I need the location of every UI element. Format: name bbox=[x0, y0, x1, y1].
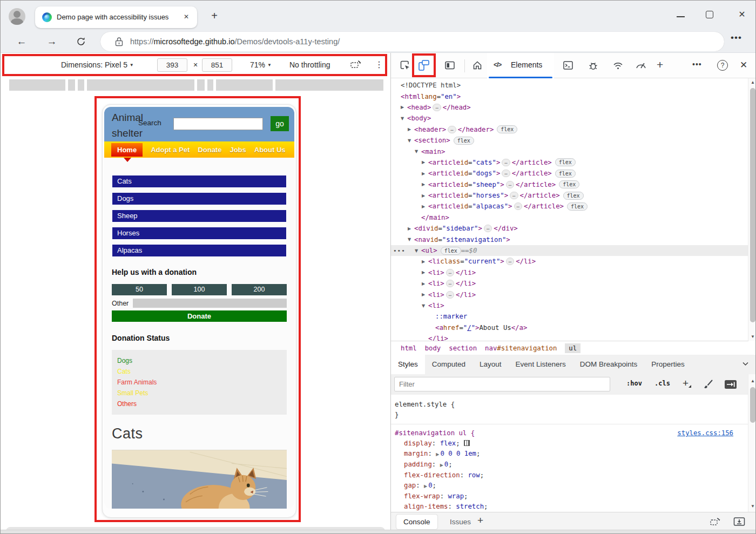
css-property-row[interactable]: gap: ▶0; bbox=[391, 481, 748, 491]
home-icon[interactable] bbox=[472, 60, 484, 72]
device-emulation-icon[interactable] bbox=[418, 59, 430, 73]
breadcrumb-item-section[interactable]: section bbox=[449, 344, 477, 352]
flex-badge[interactable]: flex bbox=[567, 202, 588, 211]
flex-badge[interactable]: flex bbox=[563, 192, 584, 200]
flex-badge[interactable]: flex bbox=[441, 247, 461, 255]
expander-icon[interactable]: ▶ bbox=[422, 193, 428, 198]
tree-row[interactable]: </main> bbox=[391, 212, 748, 223]
back-button[interactable]: ← bbox=[14, 34, 30, 49]
value-expander-icon[interactable]: ▶ bbox=[424, 484, 427, 489]
media-bar-segment[interactable] bbox=[216, 79, 273, 91]
search-go-button[interactable]: go bbox=[271, 116, 289, 131]
tab-computed[interactable]: Computed bbox=[425, 355, 473, 374]
collapsed-ellipsis-icon[interactable]: … bbox=[484, 225, 492, 232]
styles-scrollbar[interactable]: ▲ ▼ bbox=[748, 374, 756, 512]
tree-row[interactable]: ▼<section>flex bbox=[391, 135, 748, 146]
element-style-rule[interactable]: element.style { bbox=[391, 400, 748, 410]
tree-row[interactable]: ▶<article id="sheep">…</article>flex bbox=[391, 179, 748, 190]
expander-icon[interactable]: ▼ bbox=[408, 138, 414, 143]
tree-row[interactable]: ▶<article id="cats">…</article>flex bbox=[391, 157, 748, 168]
devtools-close-icon[interactable]: ✕ bbox=[740, 59, 747, 71]
forward-button[interactable]: → bbox=[44, 34, 60, 49]
window-minimize-button[interactable] bbox=[677, 16, 685, 17]
drawer-activity-icon[interactable] bbox=[710, 517, 721, 530]
collapsed-ellipsis-icon[interactable]: … bbox=[506, 258, 514, 265]
expander-icon[interactable]: ▼ bbox=[415, 248, 421, 253]
flex-badge[interactable]: flex bbox=[555, 170, 576, 178]
media-bar-segment[interactable] bbox=[87, 79, 194, 91]
tree-row[interactable]: ▶<li>…</li> bbox=[391, 267, 748, 278]
expander-icon[interactable]: ▶ bbox=[422, 182, 428, 187]
category-link[interactable]: Dogs bbox=[112, 192, 287, 205]
css-property-row[interactable]: display: flex; bbox=[391, 438, 748, 449]
value-expander-icon[interactable]: ▶ bbox=[436, 452, 439, 457]
expander-icon[interactable]: ▼ bbox=[422, 303, 428, 308]
tree-row[interactable]: ▶<article id="horses">…</article>flex bbox=[391, 190, 748, 201]
tab-properties[interactable]: Properties bbox=[644, 355, 692, 374]
help-icon[interactable]: ? bbox=[717, 60, 728, 71]
breadcrumb-item-nav[interactable]: nav#sitenavigation bbox=[485, 344, 557, 352]
nav-item-home[interactable]: Home bbox=[111, 143, 143, 157]
viewport-height-input[interactable] bbox=[202, 58, 232, 72]
nav-item-jobs[interactable]: Jobs bbox=[230, 146, 246, 154]
tree-row[interactable]: ▶<li>…</li> bbox=[391, 289, 748, 300]
breadcrumb-item-html[interactable]: html bbox=[401, 344, 417, 352]
breadcrumb-item-ul[interactable]: ul bbox=[565, 343, 580, 353]
row-options-icon[interactable]: ••• bbox=[393, 247, 406, 254]
performance-gauge-icon[interactable] bbox=[635, 60, 647, 72]
expander-icon[interactable]: ▶ bbox=[408, 127, 414, 132]
tree-row[interactable]: </li> bbox=[391, 333, 748, 341]
category-link[interactable]: Alpacas bbox=[112, 244, 287, 257]
inspect-element-icon[interactable] bbox=[400, 60, 411, 72]
collapsed-ellipsis-icon[interactable]: … bbox=[446, 280, 454, 287]
media-bar-segment[interactable] bbox=[207, 79, 213, 91]
expander-icon[interactable]: ▶ bbox=[401, 105, 407, 110]
expander-icon[interactable]: ▼ bbox=[415, 149, 421, 154]
expander-icon[interactable]: ▶ bbox=[422, 270, 428, 275]
viewport-width-input[interactable] bbox=[157, 58, 187, 72]
flex-badge[interactable]: flex bbox=[555, 158, 576, 166]
expander-icon[interactable]: ▶ bbox=[408, 226, 414, 231]
media-bar-segment[interactable] bbox=[275, 79, 383, 91]
search-input[interactable] bbox=[173, 118, 263, 130]
drawer-tab-issues[interactable]: Issues bbox=[443, 515, 478, 529]
breadcrumb-item-body[interactable]: body bbox=[425, 344, 441, 352]
collapsed-ellipsis-icon[interactable]: … bbox=[433, 104, 441, 111]
tree-row[interactable]: ▶<li class="current">…</li> bbox=[391, 256, 748, 267]
amount-button[interactable]: 100 bbox=[172, 284, 227, 295]
drawer-dock-icon[interactable] bbox=[733, 517, 745, 529]
drawer-tab-console[interactable]: Console bbox=[396, 515, 437, 529]
devtools-more-menu-icon[interactable]: ••• bbox=[692, 60, 702, 69]
url-bar[interactable]: https://microsoftedge.github.io/Demos/de… bbox=[100, 32, 724, 51]
throttling-select[interactable]: No throttling bbox=[289, 56, 330, 74]
dom-tree-scrollbar[interactable]: ▲ ▼ bbox=[748, 78, 756, 341]
profile-avatar-icon[interactable] bbox=[9, 8, 25, 25]
tree-row[interactable]: <!DOCTYPE html> bbox=[391, 80, 748, 91]
expander-icon[interactable]: ▶ bbox=[422, 281, 428, 286]
device-dimensions-select[interactable]: Dimensions: Pixel 5 ▼ bbox=[61, 56, 134, 74]
tree-row[interactable]: ▼<main> bbox=[391, 146, 748, 157]
brush-icon[interactable] bbox=[703, 379, 714, 392]
category-link[interactable]: Horses bbox=[112, 227, 287, 240]
expander-icon[interactable]: ▶ bbox=[422, 259, 428, 264]
amount-button[interactable]: 50 bbox=[112, 284, 167, 295]
expander-icon[interactable]: ▼ bbox=[408, 237, 414, 242]
window-close-button[interactable]: ✕ bbox=[735, 8, 749, 22]
collapsed-ellipsis-icon[interactable]: … bbox=[506, 181, 514, 188]
collapsed-ellipsis-icon[interactable]: … bbox=[446, 269, 454, 276]
css-property-row[interactable]: flex-wrap: wrap; bbox=[391, 491, 748, 502]
styles-filter-input[interactable] bbox=[394, 377, 610, 391]
expander-icon[interactable]: ▶ bbox=[422, 160, 428, 165]
category-link[interactable]: Cats bbox=[112, 175, 287, 188]
collapsed-ellipsis-icon[interactable]: … bbox=[510, 192, 518, 199]
tree-row[interactable]: ▶<article id="alpacas">…</article>flex bbox=[391, 201, 748, 212]
tab-layout[interactable]: Layout bbox=[473, 355, 509, 374]
collapsed-ellipsis-icon[interactable]: … bbox=[502, 170, 510, 177]
collapsed-ellipsis-icon[interactable]: … bbox=[514, 202, 522, 210]
flex-editor-icon[interactable] bbox=[464, 440, 470, 446]
donate-button[interactable]: Donate bbox=[112, 310, 287, 322]
tree-row[interactable]: ▶<li>…</li> bbox=[391, 278, 748, 289]
flex-badge[interactable]: flex bbox=[559, 180, 579, 188]
tree-row[interactable]: ▶<article id="dogs">…</article>flex bbox=[391, 168, 748, 179]
tree-row[interactable]: •••▼<ul>flex == $0 bbox=[391, 245, 748, 256]
